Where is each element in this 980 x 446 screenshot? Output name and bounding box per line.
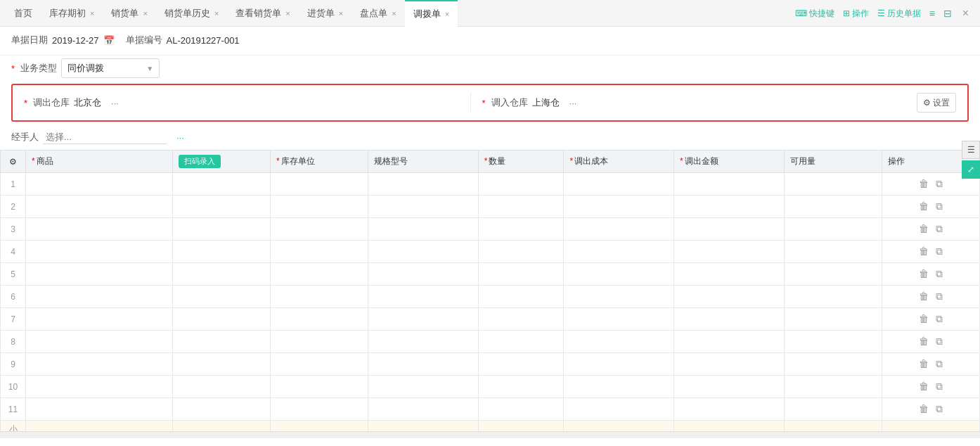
unit-8[interactable] [270,331,368,353]
product-9[interactable] [26,353,173,376]
product-7[interactable] [26,308,173,331]
amount-6[interactable] [674,286,785,308]
amount-11[interactable] [674,398,785,421]
product-6[interactable] [26,286,173,308]
qty-6[interactable] [478,286,564,308]
cost-7[interactable] [564,308,674,331]
amount-3[interactable] [674,218,785,241]
scan-btn[interactable]: 扫码录入 [179,155,221,168]
delete-icon-10[interactable]: 🗑 [919,381,929,392]
tab-view-sales[interactable]: 查看销货单 × [227,0,298,27]
product-1[interactable] [26,173,173,196]
tab-sales-order[interactable]: 销货单 × [103,0,155,27]
unit-5[interactable] [270,263,368,286]
calendar-icon[interactable]: 📅 [103,35,115,46]
tab-close-sales-order[interactable]: × [143,9,147,18]
qty-11[interactable] [478,398,564,421]
product-5[interactable] [26,263,173,286]
product-8[interactable] [26,331,173,353]
spec-6[interactable] [368,286,479,308]
qty-3[interactable] [478,218,564,241]
amount-8[interactable] [674,331,785,353]
delete-icon-5[interactable]: 🗑 [919,268,929,279]
horizontal-scrollbar[interactable] [0,431,980,438]
cost-10[interactable] [564,376,674,398]
window-close-btn[interactable]: × [957,7,974,20]
amount-9[interactable] [674,353,785,376]
spec-2[interactable] [368,196,479,218]
copy-icon-2[interactable]: ⧉ [936,200,943,212]
delete-icon-11[interactable]: 🗑 [919,403,929,414]
copy-icon-11[interactable]: ⧉ [936,403,943,414]
history-btn[interactable]: ☰ 历史单据 [877,8,921,20]
delete-icon-6[interactable]: 🗑 [919,291,929,302]
copy-icon-10[interactable]: ⧉ [936,381,943,392]
unit-3[interactable] [270,218,368,241]
copy-icon-3[interactable]: ⧉ [936,223,943,234]
copy-icon-9[interactable]: ⧉ [936,358,943,369]
product-2[interactable] [26,196,173,218]
product-3[interactable] [26,218,173,241]
copy-icon-5[interactable]: ⧉ [936,268,943,279]
delete-icon-3[interactable]: 🗑 [919,223,929,234]
in-warehouse-more[interactable]: ··· [569,98,577,108]
tab-home[interactable]: 首页 [6,0,41,27]
tab-close-transfer[interactable]: × [445,10,449,18]
copy-icon-1[interactable]: ⧉ [936,178,943,189]
out-warehouse-more[interactable]: ··· [111,98,119,108]
amount-4[interactable] [674,241,785,263]
unit-10[interactable] [270,376,368,398]
cost-11[interactable] [564,398,674,421]
amount-1[interactable] [674,173,785,196]
spec-1[interactable] [368,173,479,196]
float-list-btn[interactable]: ☰ [962,141,980,159]
unit-7[interactable] [270,308,368,331]
tab-close-sales-history[interactable]: × [214,9,219,18]
unit-9[interactable] [270,353,368,376]
unit-1[interactable] [270,173,368,196]
product-4[interactable] [26,241,173,263]
tab-sales-history[interactable]: 销货单历史 × [156,0,227,27]
copy-icon-6[interactable]: ⧉ [936,291,943,302]
float-expand-btn[interactable]: ⤢ [962,160,980,179]
qty-10[interactable] [478,376,564,398]
delete-icon-4[interactable]: 🗑 [919,246,929,257]
tab-stocktake[interactable]: 盘点单 × [352,0,404,27]
delete-icon-7[interactable]: 🗑 [919,313,929,324]
cost-3[interactable] [564,218,674,241]
delete-icon-8[interactable]: 🗑 [919,336,929,347]
cost-5[interactable] [564,263,674,286]
delete-icon-2[interactable]: 🗑 [919,200,929,212]
qty-4[interactable] [478,241,564,263]
tab-close-stocktake[interactable]: × [392,9,396,18]
tab-close-inventory-init[interactable]: × [90,9,94,18]
spec-3[interactable] [368,218,479,241]
cost-2[interactable] [564,196,674,218]
spec-4[interactable] [368,241,479,263]
unit-11[interactable] [270,398,368,421]
spec-8[interactable] [368,331,479,353]
copy-icon-4[interactable]: ⧉ [936,246,943,257]
tab-transfer[interactable]: 调拨单 × [405,0,458,27]
spec-7[interactable] [368,308,479,331]
cost-9[interactable] [564,353,674,376]
delete-icon-9[interactable]: 🗑 [919,358,929,369]
copy-icon-7[interactable]: ⧉ [936,313,943,324]
unit-4[interactable] [270,241,368,263]
settings-button[interactable]: ⚙ 设置 [917,93,956,113]
unit-6[interactable] [270,286,368,308]
layout-btn2[interactable]: ⊟ [943,8,952,19]
th-gear[interactable]: ⚙ [1,151,26,173]
product-10[interactable] [26,376,173,398]
layout-btn1[interactable]: ≡ [929,8,935,19]
delete-icon-1[interactable]: 🗑 [919,178,929,189]
operation-btn[interactable]: ⊞ 操作 [843,8,869,20]
tab-inventory-init[interactable]: 库存期初 × [41,0,103,27]
cost-8[interactable] [564,331,674,353]
tab-close-purchase[interactable]: × [339,9,343,18]
product-11[interactable] [26,398,173,421]
qty-8[interactable] [478,331,564,353]
shortcut-btn[interactable]: ⌨ 快捷键 [795,8,834,20]
amount-7[interactable] [674,308,785,331]
qty-5[interactable] [478,263,564,286]
